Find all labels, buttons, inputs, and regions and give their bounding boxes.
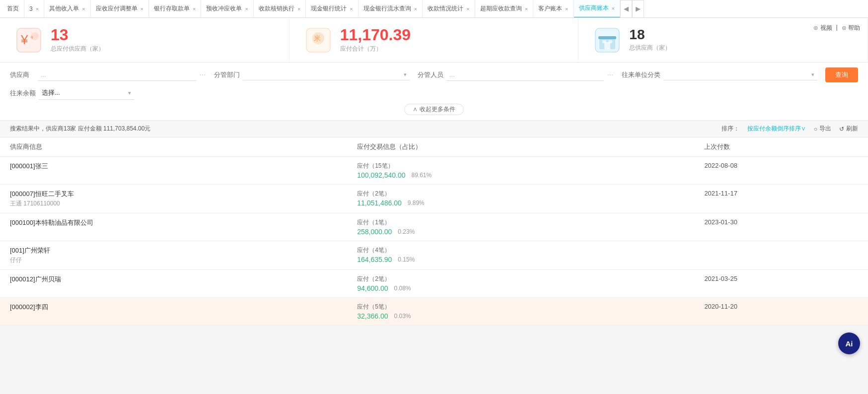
close-icon[interactable]: × [565,6,568,12]
close-icon[interactable]: × [350,6,353,12]
nav-tab-receipt-stat[interactable]: 收款情况统计 × [423,0,475,18]
supplier-info-cell: [000002]李四 [0,298,347,326]
close-icon[interactable]: × [36,6,39,12]
sort-select[interactable]: 按应付余额倒序排序∨ [747,125,806,133]
person-label: 分管人员 [418,70,443,79]
last-date: 2023-01-30 [704,218,737,226]
supplier-info-cell: [000007]恒旺二手叉车王通 17106110000 [0,185,347,213]
supplier-info-cell: [000100]本特勒油品有限公司 [0,213,347,241]
tx-label: 应付（4笔） [357,246,684,255]
person-dots[interactable]: ··· [607,70,613,79]
nav-prev-button[interactable]: ◀ [620,0,632,18]
ap-total-amount: 11,170.39 [340,27,411,43]
table-row: [001]广州荣轩仔仔应付（4笔）164,635.900.15% [0,241,868,270]
ap-total-label: 应付合计（万） [340,45,411,53]
close-icon[interactable]: × [82,6,85,12]
nav-tab-label: 超期应收款查询 [480,4,522,13]
tx-pct: 0.08% [394,285,411,292]
col-tx-info: 应付交易信息（占比） [347,137,694,157]
result-info: 搜索结果中，供应商13家 应付金额 111,703,854.00元 [10,125,150,133]
close-icon[interactable]: × [193,6,196,12]
close-icon[interactable]: × [466,6,469,12]
supplier-link[interactable]: [000100]本特勒油品有限公司 [10,218,93,227]
supplier-sub: 仔仔 [10,256,337,264]
svg-rect-12 [608,40,612,43]
supplier-link[interactable]: [001]广州荣轩 [10,246,50,255]
amount-link[interactable]: 32,366.00 [357,312,388,320]
sort-label: 排序： [722,125,739,133]
tx-info-cell: 应付（2笔）11,051,486.009.89% [347,185,694,213]
nav-tab-ar-ap-adjust[interactable]: 应收应付调整单 × [91,0,149,18]
nav-tab-home[interactable]: 首页 [2,0,24,18]
ap-suppliers-count: 13 [51,27,104,43]
filter-dept: 分管部门 ▾ [214,69,410,80]
amount-link[interactable]: 100,092,540.00 [357,171,405,179]
nav-tab-customer-ledger[interactable]: 客户账本 × [533,0,574,18]
refresh-button[interactable]: ↺ 刷新 [839,125,858,133]
nav-tab-supplier-ledger[interactable]: 供应商账本 × [574,0,620,18]
summary-ap-total: 米 11,170.39 应付合计（万） [289,18,579,62]
supplier-link[interactable]: [000002]李四 [10,303,48,312]
supplier-info-cell: [001]广州荣轩仔仔 [0,241,347,270]
nav-tab-cash-bank-flow[interactable]: 现金银行流水查询 × [359,0,423,18]
supplier-table: 供应商信息 应付交易信息（占比） 上次付数 [000001]张三应付（15笔）1… [0,137,868,326]
nav-next-button[interactable]: ▶ [632,0,644,18]
supplier-input[interactable] [38,69,196,81]
nav-tab-receipt-exec[interactable]: 收款核销执行 × [254,0,306,18]
summary-ap-total-text: 11,170.39 应付合计（万） [340,27,411,53]
person-input[interactable] [446,69,604,81]
nav-tab-other-income[interactable]: 其他收入单 × [44,0,90,18]
supplier-dots[interactable]: ··· [199,70,206,79]
close-icon[interactable]: × [297,6,300,12]
nav-tab-label: 供应商账本 [579,4,609,12]
supplier-link[interactable]: [000012]广州贝瑞 [10,275,61,284]
nav-tab-3[interactable]: 3 × [24,0,44,18]
collapse-button[interactable]: ∧ 收起更多条件 [404,104,463,115]
balance-select[interactable]: 选择... ▾ [39,86,134,100]
filter-person: 分管人员 ··· [418,69,614,81]
nav-tab-prepay-offset[interactable]: 预收冲应收单 × [201,0,253,18]
supplier-link[interactable]: [000001]张三 [10,162,48,171]
table-header: 供应商信息 应付交易信息（占比） 上次付数 [0,137,868,157]
amount-link[interactable]: 258,000.00 [357,228,392,236]
export-icon: ○ [814,126,817,132]
refresh-icon: ↺ [839,126,844,132]
close-icon[interactable]: × [414,6,417,12]
dept-select[interactable]: ▾ [243,69,410,80]
export-button[interactable]: ○ 导出 [814,125,831,133]
amount-link[interactable]: 94,600.00 [357,284,388,292]
total-suppliers-icon [593,26,621,54]
dept-dropdown-icon: ▾ [404,71,407,78]
help-link[interactable]: ⊙ 帮助 [842,24,860,32]
query-button[interactable]: 查询 [825,67,858,82]
summary-ap-suppliers: ¥ ₀ 13 总应付供应商（家） [0,18,289,62]
close-icon[interactable]: × [141,6,144,12]
tx-label: 应付（2笔） [357,190,684,198]
filter-balance: 往来余额 选择... ▾ [10,86,134,100]
nav-tab-cash-bank-stat[interactable]: 现金银行统计 × [306,0,358,18]
nav-tab-overdue-ar[interactable]: 超期应收款查询 × [475,0,533,18]
amount-link[interactable]: 11,051,486.00 [357,199,402,207]
summary-total-text: 18 总供应商（家） [629,28,671,52]
tx-info-cell: 应付（15笔）100,092,540.0089.61% [347,157,694,185]
close-icon[interactable]: × [525,6,528,12]
col-last-date: 上次付数 [694,137,868,157]
category-select[interactable]: ▾ [663,69,818,80]
close-icon[interactable]: × [612,5,615,11]
total-suppliers-label: 总供应商（家） [629,44,671,52]
table-row: [000012]广州贝瑞应付（2笔）94,600.000.08%2021-03-… [0,270,868,298]
filter-row-2: 往来余额 选择... ▾ [10,86,858,100]
amount-link[interactable]: 164,635.90 [357,256,392,263]
summary-help: ⊙ 视频 | ⊙ 帮助 [813,24,860,32]
video-link[interactable]: ⊙ 视频 [813,24,832,32]
nav-tab-bank-deposit[interactable]: 银行存取款单 × [149,0,201,18]
table-row: [000001]张三应付（15笔）100,092,540.0089.61%202… [0,157,868,185]
supplier-link[interactable]: [000007]恒旺二手叉车 [10,190,74,198]
nav-tab-label: 应收应付调整单 [96,4,138,13]
close-icon[interactable]: × [245,6,248,12]
total-suppliers-count: 18 [629,28,671,42]
last-date: 2021-11-17 [704,190,737,197]
nav-tab-label: 客户账本 [538,4,562,13]
nav-tab-label: 现金银行流水查询 [363,4,411,13]
tx-pct: 0.03% [394,313,411,320]
